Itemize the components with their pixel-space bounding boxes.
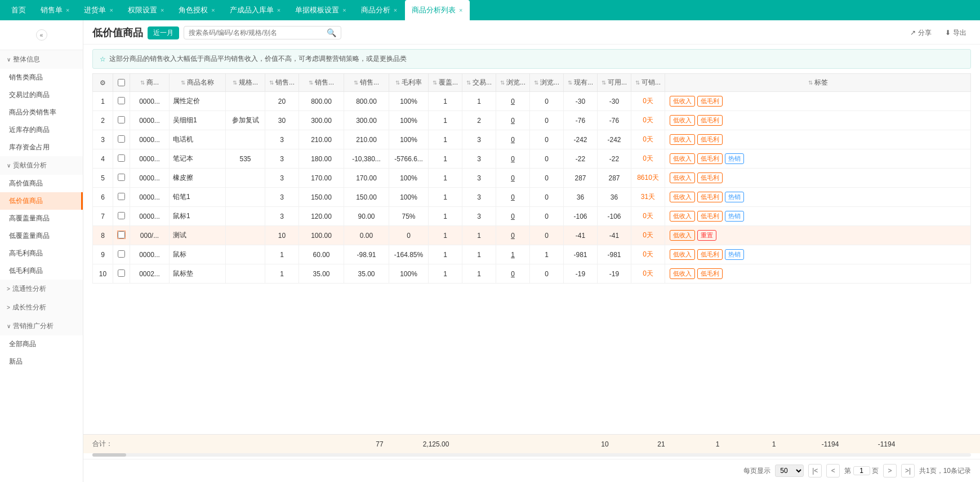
row-trade: 1 [462,245,496,264]
row-rate: 0 [389,226,429,245]
sidebar-item-category-sales-rate[interactable]: 商品分类销售率 [0,104,83,121]
row-spec [226,264,265,284]
sidebar-item-near-stock[interactable]: 近库存的商品 [0,121,83,139]
nav-item-4[interactable]: 产成品入库单 × [223,0,287,20]
sidebar-item-high-coverage[interactable]: 高覆盖量商品 [0,210,83,227]
period-button[interactable]: 近一月 [148,26,179,39]
row-checkbox[interactable] [113,149,130,169]
row-select-checkbox[interactable] [118,231,125,238]
sidebar-collapse-btn[interactable]: « [36,29,47,41]
prev-page-btn[interactable]: < [826,464,840,477]
row-browse1[interactable]: 0 [496,264,530,284]
row-browse1[interactable]: 0 [496,111,530,130]
row-select-checkbox[interactable] [118,135,125,143]
scrollbar-thumb[interactable] [92,453,126,457]
row-checkbox[interactable] [113,130,130,149]
close-icon[interactable]: × [342,7,346,14]
sidebar-item-high-margin[interactable]: 高毛利商品 [0,245,83,262]
row-checkbox[interactable] [113,92,130,111]
close-icon[interactable]: × [394,7,397,14]
product-tag: 低毛利 [697,115,723,126]
sidebar-item-low-margin[interactable]: 低毛利商品 [0,262,83,280]
sidebar-item-low-coverage[interactable]: 低覆盖量商品 [0,227,83,245]
sidebar-item-low-value[interactable]: 低价值商品 [0,192,83,210]
row-num: 5 [93,169,113,188]
row-select-checkbox[interactable] [118,97,125,104]
export-button[interactable]: ⬇ 导出 [941,26,971,39]
row-select-checkbox[interactable] [118,212,125,219]
row-checkbox[interactable] [113,226,130,245]
nav-item-6[interactable]: 商品分析 × [354,0,404,20]
close-icon[interactable]: × [459,7,462,14]
sidebar-item-stock-funds[interactable]: 库存资金占用 [0,139,83,156]
row-select-checkbox[interactable] [118,154,125,162]
sidebar-item-new-products[interactable]: 新品 [0,353,83,370]
close-icon[interactable]: × [277,7,280,14]
chevron-down-icon: ∨ [7,56,11,63]
page-number-input[interactable] [853,466,870,475]
row-select-checkbox[interactable] [118,250,125,258]
share-button[interactable]: ↗ 分享 [906,26,936,39]
sidebar-section-growth[interactable]: > 成长性分析 [0,298,83,317]
col-checkbox[interactable] [113,74,130,92]
row-name: 铅笔1 [170,188,226,207]
row-checkbox[interactable] [113,188,130,207]
close-icon[interactable]: × [109,7,113,14]
product-tag: 低毛利 [697,211,723,222]
row-browse1[interactable]: 1 [496,245,530,264]
sidebar-item-high-value[interactable]: 高价值商品 [0,175,83,192]
nav-item-1[interactable]: 进货单 × [77,0,119,20]
next-page-btn[interactable]: > [883,464,897,477]
row-browse1[interactable]: 0 [496,130,530,149]
nav-item-5[interactable]: 单据模板设置 × [288,0,353,20]
row-select-checkbox[interactable] [118,174,125,181]
col-settings[interactable]: ⚙ [93,74,113,92]
search-input[interactable] [189,29,324,37]
nav-item-7[interactable]: 商品分析列表 × [405,0,469,20]
close-icon[interactable]: × [161,7,164,14]
sidebar-section-contribution[interactable]: ∨ 贡献值分析 [0,156,83,175]
nav-item-2[interactable]: 权限设置 × [121,0,171,20]
row-browse1[interactable]: 0 [496,92,530,111]
product-table: ⚙ ⇅商... ⇅商品名称 ⇅规格... ⇅销售... ⇅销售... ⇅销售..… [92,73,971,284]
close-icon[interactable]: × [211,7,215,14]
row-checkbox[interactable] [113,207,130,226]
row-stock2: -41 [598,226,631,245]
total-trade: 21 [633,440,689,448]
row-select-checkbox[interactable] [118,193,125,200]
row-checkbox[interactable] [113,245,130,264]
close-icon[interactable]: × [66,7,69,14]
nav-item-0[interactable]: 销售单 × [34,0,76,20]
sidebar-section-general[interactable]: ∨ 整体信息 [0,50,83,69]
sidebar-section-marketing[interactable]: ∨ 营销推广分析 [0,317,83,335]
row-spec [226,169,265,188]
search-icon[interactable]: 🔍 [327,28,336,37]
sort-icon: ⇅ [269,79,274,86]
row-browse1[interactable]: 0 [496,226,530,245]
row-select-checkbox[interactable] [118,269,125,277]
row-checkbox[interactable] [113,111,130,130]
sidebar-section-liquidity[interactable]: > 流通性分析 [0,280,83,298]
row-checkbox[interactable] [113,169,130,188]
row-select-checkbox[interactable] [118,116,125,123]
last-page-btn[interactable]: >| [901,464,915,477]
nav-home[interactable]: 首页 [5,0,33,20]
row-checkbox[interactable] [113,264,130,284]
nav-item-3[interactable]: 角色授权 × [172,0,221,20]
col-stock3-header: ⇅可销... [631,74,665,92]
row-s2: 120.00 [299,207,344,226]
total-s2: 2,125.00 [408,440,464,448]
sidebar-item-sales-products[interactable]: 销售类商品 [0,69,83,86]
row-browse1[interactable]: 0 [496,149,530,169]
first-page-btn[interactable]: |< [808,464,822,477]
row-browse1[interactable]: 0 [496,207,530,226]
product-tag: 低收入 [670,192,695,202]
horizontal-scrollbar[interactable] [92,453,971,457]
sidebar-item-all-products[interactable]: 全部商品 [0,335,83,353]
select-all-checkbox[interactable] [118,79,125,86]
row-browse1[interactable]: 0 [496,169,530,188]
page-size-select[interactable]: 50 100 200 [775,465,804,477]
sidebar-item-traded-products[interactable]: 交易过的商品 [0,86,83,104]
table-row: 4 0000... 笔记本 535 3 180.00 -10,380... -5… [93,149,971,169]
row-browse1[interactable]: 0 [496,188,530,207]
